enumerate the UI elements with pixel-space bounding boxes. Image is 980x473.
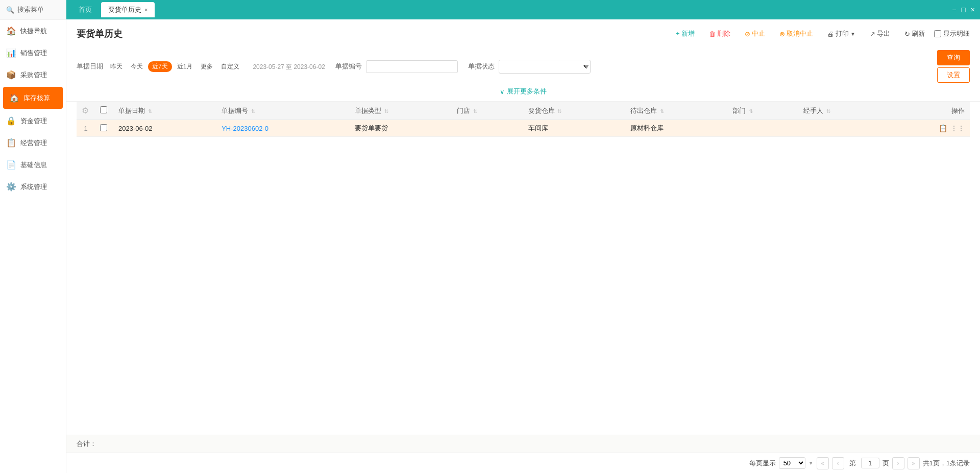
settings-button[interactable]: 设置 [937, 67, 970, 83]
refresh-button[interactable]: ↻ 刷新 [899, 27, 930, 41]
td-pending-warehouse: 原材料仓库 [625, 120, 727, 137]
sort-icon-doc-date: ⇅ [148, 108, 152, 114]
display-detail-checkbox[interactable] [934, 30, 941, 37]
minimize-icon[interactable]: − [952, 6, 956, 14]
td-store [452, 120, 523, 137]
print-dropdown-icon: ▼ [850, 31, 855, 37]
sidebar-item-inventory[interactable]: 🏠 库存核算 [3, 87, 63, 109]
date-shortcut-more[interactable]: 更多 [198, 61, 216, 72]
sidebar-item-sales[interactable]: 📊 销售管理 [0, 42, 66, 64]
date-shortcut-7days[interactable]: 近7天 [148, 61, 172, 72]
page-size-select[interactable]: 50 20 100 [779, 457, 805, 469]
select-all-checkbox[interactable] [100, 106, 107, 113]
home-icon: 🏠 [6, 26, 16, 36]
column-settings-icon[interactable]: ⚙ [82, 106, 89, 115]
page-header: 要货单历史 + 新增 🗑 删除 ⊘ 中止 ⊗ 取消中止 🖨 打印 [66, 19, 980, 45]
row-view-button[interactable]: 📋 [939, 124, 947, 132]
th-handler-label: 经手人 [803, 107, 823, 114]
toolbar: + 新增 🗑 删除 ⊘ 中止 ⊗ 取消中止 🖨 打印 ▼ [671, 27, 970, 41]
first-page-button[interactable]: « [817, 457, 829, 469]
sidebar-item-system[interactable]: ⚙️ 系统管理 [0, 176, 66, 198]
doc-number-link[interactable]: YH-20230602-0 [222, 125, 268, 132]
th-department[interactable]: 部门 ⇅ [727, 102, 798, 120]
sidebar-item-label: 采购管理 [20, 70, 47, 80]
date-shortcut-1month[interactable]: 近1月 [174, 61, 196, 72]
sidebar-item-basic-info[interactable]: 📄 基础信息 [0, 154, 66, 176]
page-size-dropdown-icon: ▼ [808, 460, 814, 466]
page-size-label: 每页显示 [749, 459, 776, 468]
print-button[interactable]: 🖨 打印 ▼ [822, 27, 861, 41]
sidebar-item-purchase[interactable]: 📦 采购管理 [0, 64, 66, 86]
tab-home[interactable]: 首页 [71, 2, 99, 17]
page-input[interactable] [861, 458, 879, 468]
expand-more[interactable]: ∨ 展开更多条件 [77, 87, 970, 96]
page-title: 要货单历史 [77, 28, 122, 40]
date-shortcut-custom[interactable]: 自定义 [218, 61, 242, 72]
display-detail-label: 显示明细 [943, 29, 970, 38]
sidebar-item-quick-nav[interactable]: 🏠 快捷导航 [0, 20, 66, 42]
status-select[interactable] [499, 60, 591, 74]
display-detail-toggle[interactable]: 显示明细 [934, 29, 970, 38]
th-doc-type[interactable]: 单据类型 ⇅ [350, 102, 452, 120]
sort-icon-store: ⇅ [473, 108, 477, 114]
row-more-button[interactable]: ⋮⋮ [950, 124, 965, 132]
delete-label: 删除 [717, 29, 730, 38]
table-row: 1 2023-06-02 YH-20230602-0 要货单要货 车间库 原材料… [77, 120, 970, 137]
new-button[interactable]: + 新增 [671, 27, 700, 41]
th-doc-date-label: 单据日期 [118, 107, 145, 114]
query-button[interactable]: 查询 [937, 50, 970, 65]
th-doc-date[interactable]: 单据日期 ⇅ [113, 102, 216, 120]
th-settings[interactable]: ⚙ [77, 102, 95, 120]
main-content: 首页 要货单历史 × − □ × 要货单历史 + 新增 🗑 删除 [66, 0, 980, 473]
td-index: 1 [77, 120, 95, 137]
cancel-icon: ⊗ [779, 30, 785, 38]
sidebar-item-label: 系统管理 [20, 182, 47, 192]
delete-button[interactable]: 🗑 删除 [704, 27, 736, 41]
footer-total-label: 合计： [77, 439, 96, 448]
th-checkbox[interactable] [95, 102, 113, 120]
prev-page-button[interactable]: ‹ [832, 457, 844, 469]
th-req-warehouse[interactable]: 要货仓库 ⇅ [523, 102, 625, 120]
sidebar-item-operations[interactable]: 📋 经营管理 [0, 132, 66, 154]
td-actions: 📋 ⋮⋮ [885, 120, 970, 137]
stop-icon: ⊘ [745, 30, 750, 38]
date-shortcut-today[interactable]: 今天 [128, 61, 146, 72]
print-label: 打印 [836, 29, 849, 38]
td-checkbox[interactable] [95, 120, 113, 137]
date-range-display: 2023-05-27 至 2023-06-02 [253, 62, 325, 72]
expand-label: 展开更多条件 [507, 87, 547, 96]
last-page-button[interactable]: » [908, 457, 920, 469]
sidebar: 🔍 搜索菜单 🏠 快捷导航 📊 销售管理 📦 采购管理 🏠 库存核算 🔒 资金管… [0, 0, 66, 473]
purchase-icon: 📦 [6, 70, 16, 80]
th-pending-warehouse-label: 待出仓库 [630, 107, 657, 114]
th-handler[interactable]: 经手人 ⇅ [798, 102, 885, 120]
close-window-icon[interactable]: × [971, 6, 975, 14]
th-pending-warehouse[interactable]: 待出仓库 ⇅ [625, 102, 727, 120]
tab-close-icon[interactable]: × [144, 7, 148, 13]
td-doc-number[interactable]: YH-20230602-0 [216, 120, 350, 137]
filter-area: 单据日期 昨天 今天 近7天 近1月 更多 自定义 2023-05-27 至 2… [66, 45, 980, 102]
stop-button[interactable]: ⊘ 中止 [740, 27, 770, 41]
expand-icon: ∨ [500, 88, 505, 96]
th-actions-label: 操作 [951, 107, 965, 114]
delete-icon: 🗑 [709, 30, 716, 38]
maximize-icon[interactable]: □ [961, 6, 965, 14]
sidebar-search[interactable]: 🔍 搜索菜单 [0, 0, 66, 20]
sort-icon-handler: ⇅ [826, 108, 830, 114]
cancel-button[interactable]: ⊗ 取消中止 [774, 27, 818, 41]
sidebar-item-finance[interactable]: 🔒 资金管理 [0, 110, 66, 132]
th-doc-number[interactable]: 单据编号 ⇅ [216, 102, 350, 120]
doc-number-label: 单据编号 [335, 62, 362, 71]
table-footer: 合计： [66, 435, 980, 453]
sidebar-item-label: 销售管理 [20, 49, 47, 58]
next-page-button[interactable]: › [892, 457, 904, 469]
tab-requisition-history-label: 要货单历史 [108, 5, 141, 14]
tab-requisition-history[interactable]: 要货单历史 × [101, 2, 155, 17]
export-button[interactable]: ↗ 导出 [865, 27, 895, 41]
action-buttons: 查询 设置 [937, 50, 970, 83]
doc-number-input[interactable] [366, 60, 458, 73]
date-shortcut-yesterday[interactable]: 昨天 [107, 61, 126, 72]
th-store[interactable]: 门店 ⇅ [452, 102, 523, 120]
table-area: ⚙ 单据日期 ⇅ 单据编号 ⇅ [66, 102, 980, 435]
row-checkbox[interactable] [100, 124, 107, 131]
